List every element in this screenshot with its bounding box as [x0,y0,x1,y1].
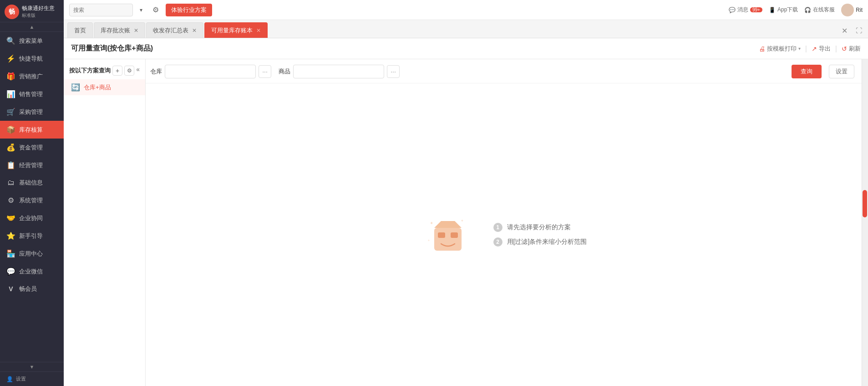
empty-tip-1: 1 请先选择要分析的方案 [493,223,587,232]
online-service-btn[interactable]: 🎧 在线客服 [804,6,835,14]
topbar-dropdown-btn[interactable]: ▾ [137,5,146,15]
sidebar-item-basic[interactable]: 🗂 基础信息 [0,174,64,191]
warehouse-more-btn[interactable]: ··· [259,65,271,78]
cart-icon: 🛒 [6,108,15,116]
product-filter: 商品 ··· [279,65,400,78]
search-icon: 🔍 [6,36,15,45]
page-title: 可用量查询(按仓库+商品) [71,44,153,53]
sidebar-item-cooperation[interactable]: 🤝 企业协同 [0,209,64,227]
sidebar-item-system[interactable]: ⚙ 系统管理 [0,191,64,209]
product-more-btn[interactable]: ··· [387,65,400,78]
clipboard-icon: 📋 [6,161,15,170]
page-header-right: 🖨 按模板打印 ▾ | ↗ 导出 | ↺ 刷新 [759,45,861,53]
sidebar-item-shortcut[interactable]: ⚡ 快捷导航 [0,50,64,67]
scrollbar-thumb [863,190,867,217]
warehouse-filter: 仓库 ··· [150,65,271,78]
scheme-icon: 🔄 [71,83,80,92]
topbar-settings-btn[interactable]: ⚙ [149,4,162,16]
sidebar-menu: 🔍 搜索菜单 ⚡ 快捷导航 🎁 营销推广 📊 销售管理 🛒 采购管理 📦 库存核… [0,32,64,362]
tabs-close-all-btn[interactable]: ✕ [839,25,850,36]
sidebar-item-inventory[interactable]: 📦 库存核算 [0,121,64,139]
sidebar-item-apps[interactable]: 🏪 应用中心 [0,245,64,262]
print-dropdown-icon[interactable]: ▾ [798,46,801,51]
svg-text:✦: ✦ [430,221,433,226]
left-panel-header: 按以下方案查询 + ⚙ « [64,64,145,79]
sidebar-item-wechat[interactable]: 💬 企业微信 [0,262,64,280]
empty-box-svg: ✦ ✦ ✦ [425,212,471,257]
left-panel-actions: + ⚙ « [112,66,140,76]
product-label: 商品 [279,67,290,76]
main-area: ▾ ⚙ 体验行业方案 💬 消息 99+ 📱 App下载 🎧 在线客服 Rit [64,0,868,386]
sidebar-item-guide[interactable]: ⭐ 新手引导 [0,227,64,245]
empty-illustration: ✦ ✦ ✦ [421,207,475,262]
sidebar-item-marketing[interactable]: 🎁 营销推广 [0,67,64,85]
headset-icon: 🎧 [804,7,811,13]
star-icon: ⭐ [6,232,15,240]
svg-rect-1 [438,232,445,238]
industry-solution-button[interactable]: 体验行业方案 [166,4,212,16]
tab-available[interactable]: 可用量库存账本 ✕ [204,22,268,38]
refresh-icon: ↺ [842,45,847,52]
sidebar-item-vip[interactable]: V 畅会员 [0,280,64,298]
scheme-settings-btn[interactable]: ⚙ [124,66,134,76]
topbar: ▾ ⚙ 体验行业方案 💬 消息 99+ 📱 App下载 🎧 在线客服 Rit [64,0,868,20]
sidebar-logo-name: 畅康通好生意 [22,5,55,12]
tabs-bar: 首页 库存批次账 ✕ 收发存汇总表 ✕ 可用量库存账本 ✕ ✕ ⛶ [64,20,868,38]
refresh-btn[interactable]: ↺ 刷新 [842,45,861,53]
right-scrollbar[interactable] [862,59,868,386]
svg-rect-0 [434,228,462,251]
sidebar-logo: 畅 畅康通好生意 标准版 [0,0,64,22]
empty-state: ✦ ✦ ✦ 1 请先选择要分析的方案 2 [146,83,862,386]
print-icon: 🖨 [759,45,765,52]
tab-home[interactable]: 首页 [67,22,93,38]
sidebar: 畅 畅康通好生意 标准版 ▲ 🔍 搜索菜单 ⚡ 快捷导航 🎁 营销推广 📊 销售… [0,0,64,386]
sidebar-logo-badge: 标准版 [22,12,55,19]
empty-tips: 1 请先选择要分析的方案 2 用[过滤]条件来缩小分析范围 [493,223,587,247]
query-button[interactable]: 查询 [792,65,822,78]
export-btn[interactable]: ↗ 导出 [812,45,831,53]
tabs-expand-btn[interactable]: ⛶ [853,25,864,36]
print-btn[interactable]: 🖨 按模板打印 ▾ [759,45,801,53]
store-icon: 🏪 [6,249,15,258]
handshake-icon: 🤝 [6,214,15,222]
user-avatar-btn[interactable]: Rit [841,4,863,16]
sidebar-item-operation[interactable]: 📋 经营管理 [0,156,64,174]
left-panel: 按以下方案查询 + ⚙ « 🔄 仓库+商品 [64,59,146,386]
tab-summary[interactable]: 收发存汇总表 ✕ [146,22,203,38]
folder-icon: 🗂 [6,179,15,187]
right-panel: 仓库 ··· 商品 ··· 查询 设置 [146,59,862,386]
export-icon: ↗ [812,45,817,52]
avatar [841,4,854,16]
topbar-search-input[interactable] [69,4,133,16]
collapse-btn[interactable]: « [136,66,140,76]
app-download-btn[interactable]: 📱 App下载 [769,6,798,14]
sidebar-item-search[interactable]: 🔍 搜索菜单 [0,32,64,50]
warehouse-input[interactable] [165,65,256,78]
product-input[interactable] [293,65,384,78]
tab-close-available[interactable]: ✕ [256,27,261,34]
gift-icon: 🎁 [6,72,15,81]
sidebar-scroll-up[interactable]: ▲ [0,22,64,32]
vip-icon: V [6,285,15,293]
svg-rect-2 [451,232,458,238]
topbar-right: 💬 消息 99+ 📱 App下载 🎧 在线客服 Rit [729,4,863,16]
tab-close-batch[interactable]: ✕ [134,27,138,34]
tabs-right-controls: ✕ ⛶ [839,25,864,38]
sidebar-item-purchase[interactable]: 🛒 采购管理 [0,103,64,121]
username-label: Rit [856,7,863,13]
notification-btn[interactable]: 💬 消息 99+ [729,6,762,14]
warehouse-label: 仓库 [150,67,162,76]
sidebar-item-finance[interactable]: 💰 资金管理 [0,139,64,156]
sidebar-item-sales[interactable]: 📊 销售管理 [0,85,64,103]
empty-tip-2: 2 用[过滤]条件来缩小分析范围 [493,237,587,247]
content-area: 按以下方案查询 + ⚙ « 🔄 仓库+商品 仓库 ··· [64,59,868,386]
scheme-item-warehouse-product[interactable]: 🔄 仓库+商品 [64,79,145,95]
user-icon: 👤 [6,376,13,382]
sidebar-bottom[interactable]: 👤 设置 [0,371,64,386]
tab-close-summary[interactable]: ✕ [192,27,197,34]
filter-bar: 仓库 ··· 商品 ··· 查询 设置 [146,59,862,83]
sidebar-scroll-down[interactable]: ▼ [0,362,64,371]
tab-batch[interactable]: 库存批次账 ✕ [94,22,145,38]
add-scheme-btn[interactable]: + [112,66,122,76]
filter-settings-button[interactable]: 设置 [829,65,854,78]
